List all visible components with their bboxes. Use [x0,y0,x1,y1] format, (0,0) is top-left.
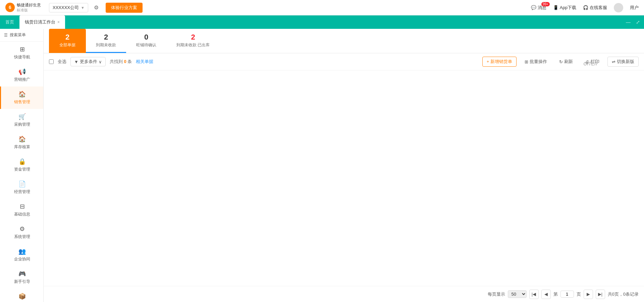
app-download-button[interactable]: 📱 App下载 [553,5,576,11]
page-number-input[interactable] [560,291,574,298]
sidebar-item-purchase[interactable]: 🛒 采购管理 [0,109,43,131]
table-area [44,70,644,286]
stats-tabs: 2 全部单据 2 到期未收款 0 旺铺待确认 2 到期未收款 已出库 [44,29,644,53]
company-selector[interactable]: XXXXXX公司 ▼ [49,3,88,12]
chevron-down-icon: ▼ [81,6,85,10]
sidebar-item-quick-nav[interactable]: ⊞ 快捷导航 [0,42,43,64]
stat-tab-overdue[interactable]: 2 到期未收款 [86,29,126,53]
stat-tab-wangpu[interactable]: 0 旺铺待确认 [126,29,166,53]
pagination: 每页显示 50 10 20 100 |◀ ◀ 第 页 ▶ ▶| 共0页，0条记录 [44,286,644,302]
page-size-select[interactable]: 50 10 20 100 [508,290,527,298]
system-icon: ⚙ [18,225,26,233]
chevron-down-icon: ∨ [99,59,102,64]
app-download-icon: 📱 [553,5,558,10]
sidebar-item-enterprise[interactable]: 👥 企业协同 [0,244,43,266]
minimize-icon[interactable]: — [625,18,632,26]
first-page-button[interactable]: |◀ [529,290,539,299]
sidebar-item-basic-info[interactable]: ⊟ 基础信息 [0,199,43,221]
operations-icon: 📄 [18,180,26,188]
content-area: 2 全部单据 2 到期未收款 0 旺铺待确认 2 到期未收款 已出库 [44,29,644,302]
message-badge: 99+ [541,2,550,6]
toolbar: 全选 ▼ 更多条件 ∨ 共找到 0 条 相关单据 + 新增销货单 [44,53,644,70]
last-page-button[interactable]: ▶| [596,290,605,299]
logo-text: 畅捷通好生意 标准版 [17,3,41,13]
sidebar-item-sales[interactable]: 🏠 销售管理 [0,86,43,109]
sales-icon: 🏠 [18,90,26,98]
toolbar-left: 全选 ▼ 更多条件 ∨ 共找到 0 条 相关单据 [49,57,478,66]
close-tab-icon[interactable]: × [57,20,60,24]
tab-home[interactable]: 首页 [0,15,19,29]
finance-icon: 🔒 [18,158,26,165]
filter-icon: ▼ [74,59,78,64]
total-records: 共0页，0条记录 [608,291,639,297]
sidebar-item-system[interactable]: ⚙ 系统管理 [0,221,43,244]
select-all-checkbox[interactable] [49,59,54,64]
sidebar-item-app-center[interactable]: 📦 应用中心 [0,289,43,302]
batch-icon: ⊞ [525,59,528,64]
sidebar-item-marketing[interactable]: 📢 营销推广 [0,64,43,86]
avatar[interactable] [614,3,623,12]
quick-nav-icon: ⊞ [18,46,26,53]
menu-icon: ☰ [4,33,8,38]
toolbar-right: + 新增销货单 ⊞ 批量操作 ↻ 刷新 🖨 打印 ⇌ [482,57,639,67]
refresh-button[interactable]: ↻ 刷新 [555,57,577,66]
sidebar-item-beginner[interactable]: 🎮 新手引导 [0,266,43,289]
switch-icon: ⇌ [612,59,615,64]
user-name[interactable]: 用户 [630,5,639,11]
main-layout: ☰ 搜索菜单 ⊞ 快捷导航 📢 营销推广 🏠 销售管理 🛒 采购管理 🏠 库存核… [0,29,644,302]
batch-action-button[interactable]: ⊞ 批量操作 [521,57,551,66]
sidebar-item-finance[interactable]: 🔒 资金管理 [0,154,43,176]
related-records-link[interactable]: 相关单据 [136,59,153,65]
header-right: 💬 消息 99+ 📱 App下载 🎧 在线客服 用户 [531,3,639,12]
app-center-icon: 📦 [18,293,26,300]
settings-icon-button[interactable]: ⚙ [91,2,102,13]
purchase-icon: 🛒 [18,113,26,120]
expand-icon[interactable]: ⤢ [635,18,641,26]
found-count: 0 [124,59,126,64]
basic-info-icon: ⊟ [18,203,26,210]
switch-version-button[interactable]: ⇌ 切换新版 [607,57,639,67]
filter-button[interactable]: ▼ 更多条件 ∨ [70,57,106,66]
sidebar-item-inventory[interactable]: 🏠 库存核算 [0,131,43,154]
online-service-button[interactable]: 🎧 在线客服 [583,5,607,11]
tab-work-bench[interactable]: 钱货日清工作台 × [19,15,65,29]
logo-area: 6 畅捷通好生意 标准版 [5,3,49,13]
message-button[interactable]: 💬 消息 99+ [531,5,546,11]
sidebar: ☰ 搜索菜单 ⊞ 快捷导航 📢 营销推广 🏠 销售管理 🛒 采购管理 🏠 库存核… [0,29,44,302]
tab-bar: 首页 钱货日清工作台 × — ⤢ [0,15,644,29]
message-icon: 💬 [531,5,536,10]
refresh-icon: ↻ [559,59,563,64]
inventory-icon: 🏠 [18,135,26,143]
add-sale-order-button[interactable]: + 新增销货单 [482,57,517,67]
sidebar-search[interactable]: ☰ 搜索菜单 [0,29,43,42]
logo-icon: 6 [5,3,15,12]
sidebar-item-operations[interactable]: 📄 经营管理 [0,176,43,199]
top-header: 6 畅捷通好生意 标准版 XXXXXX公司 ▼ ⚙ 体验行业方案 💬 消息 99… [0,0,644,15]
often-label: OfTEn [584,61,597,66]
stat-tab-shipped[interactable]: 2 到期未收款 已出库 [166,29,220,53]
found-text: 共找到 0 条 [110,59,132,65]
prev-page-button[interactable]: ◀ [541,290,551,299]
marketing-icon: 📢 [18,68,26,75]
service-icon: 🎧 [583,5,588,10]
beginner-icon: 🎮 [18,270,26,278]
next-page-button[interactable]: ▶ [584,290,593,299]
tab-actions: — ⤢ [625,18,644,26]
content-inner: 2 全部单据 2 到期未收款 0 旺铺待确认 2 到期未收款 已出库 [44,29,644,302]
stat-tab-all[interactable]: 2 全部单据 [49,29,86,53]
enterprise-icon: 👥 [18,248,26,255]
trial-button[interactable]: 体验行业方案 [106,3,143,13]
